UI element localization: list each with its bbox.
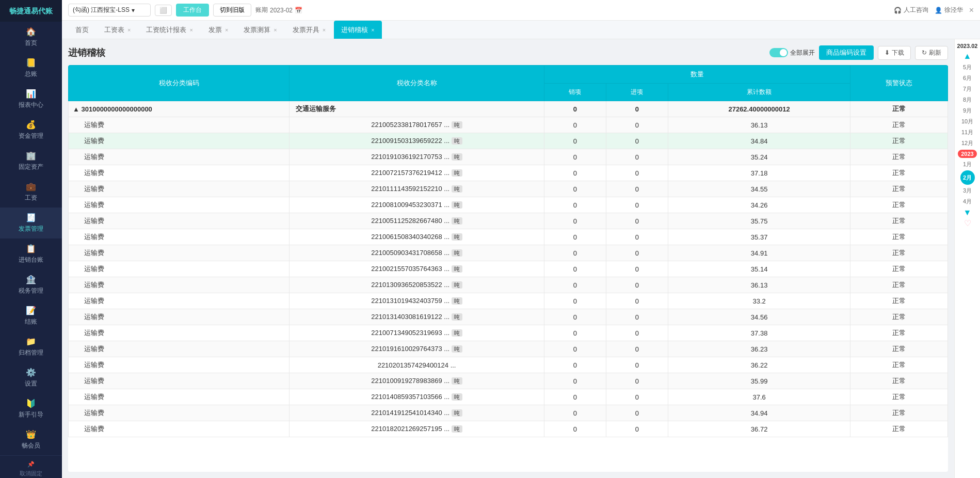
close-button[interactable]: × [969,6,974,15]
row-purchase: 0 [606,149,668,165]
timeline-month-8[interactable]: 8月 [955,94,980,105]
sidebar-item-purchase-sales[interactable]: 📋 进销台账 [0,238,62,269]
settings-icon: ⚙️ [26,368,36,377]
tab-reconcile-close[interactable]: × [371,27,374,33]
row-sale: 0 [544,133,606,149]
sidebar-item-tax-mgmt[interactable]: 🏦 税务管理 [0,269,62,300]
sidebar-item-fixed-assets[interactable]: 🏢 固定资产 [0,146,62,177]
row-status: 正常 [850,277,948,293]
sidebar-item-invoice-mgmt[interactable]: 🧾 发票管理 [0,208,62,238]
timeline-month-10[interactable]: 10月 [955,116,980,127]
timeline-month-7[interactable]: 7月 [955,84,980,94]
timeline-month-2-active[interactable]: 2月 [960,170,975,185]
tab-invoice-calc-close[interactable]: × [274,27,277,33]
calendar-icon[interactable]: 📅 [295,7,302,14]
member-icon: 👑 [26,429,36,439]
tab-invoice-close[interactable]: × [225,27,228,33]
sidebar-pin-toggle[interactable]: 📌 取消固定 [0,455,62,478]
timeline-month-9[interactable]: 9月 [955,105,980,116]
tab-invoice[interactable]: 发票 × [201,21,235,39]
row-purchase: 0 [606,373,668,389]
row-sale: 0 [544,197,606,213]
row-cumulative: 34.55 [668,181,850,197]
page-content: 进销稽核 全部展开 商品编码设置 ⬇ 下载 ↻ 刷新 [62,39,954,478]
user-profile[interactable]: 👤 徐泾华 [935,6,963,14]
expand-all-toggle[interactable] [769,48,788,57]
timeline-year-badge-2023: 2023 [958,150,976,158]
tab-invoice-label: 发票 [208,25,222,35]
tab-salary[interactable]: 工资表 × [97,21,138,39]
timeline-month-12[interactable]: 12月 [955,138,980,149]
timeline-down-arrow[interactable]: ▼ [962,207,973,218]
refresh-button[interactable]: ↻ 刷新 [915,46,948,60]
tab-salary-stats[interactable]: 工资统计报表 × [139,21,200,39]
row-invoice-code: 2210061508340340268 ... 吨 [290,229,544,245]
sidebar-item-new-guide[interactable]: 🔰 新手引导 [0,393,62,424]
row-cumulative: 35.14 [668,261,850,277]
tab-invoice-open-close[interactable]: × [323,27,326,33]
switch-old-button[interactable]: 切到旧版 [213,4,251,17]
sidebar-item-home[interactable]: 🏠 首页 [0,22,62,53]
sidebar-item-bookkeeping[interactable]: 📝 结账 [0,300,62,331]
tab-invoice-calc[interactable]: 发票测算 × [236,21,284,39]
sidebar-item-ledger[interactable]: 📒 总账 [0,53,62,84]
tab-invoice-open[interactable]: 发票开具 × [285,21,333,39]
table-row: 运输费 2210061508340340268 ... 吨 0 0 35.37 … [69,229,948,245]
row-purchase: 0 [606,421,668,437]
row-status: 正常 [850,101,948,117]
tab-reconcile[interactable]: 进销稽核 × [334,21,381,39]
row-cumulative: 36.23 [668,341,850,357]
sidebar-item-member[interactable]: 👑 畅会员 [0,424,62,455]
tab-salary-close[interactable]: × [127,27,131,33]
row-cumulative: 34.94 [668,405,850,421]
row-purchase: 0 [606,165,668,181]
timeline-month-5[interactable]: 5月 [955,62,980,73]
sidebar-item-settings[interactable]: ⚙️ 设置 [0,362,62,393]
timeline-month-4[interactable]: 4月 [955,196,980,207]
table-row: 运输费 2210131019432403759 ... 吨 0 0 33.2 正… [69,293,948,309]
row-invoice-code: 2210201357429400124 ... [290,357,544,373]
workbench-button[interactable]: 工作台 [176,4,209,17]
timeline-month-3[interactable]: 3月 [955,185,980,196]
tab-home[interactable]: 首页 [68,21,96,39]
sidebar-item-archive[interactable]: 📁 归档管理 [0,331,62,362]
table-row: 运输费 2210140859357103566 ... 吨 0 0 37.6 正… [69,389,948,405]
copy-button[interactable]: ⬜ [155,5,172,16]
table-row: ▲ 3010000000000000000 交通运输服务 0 0 27262.4… [69,101,948,117]
download-button[interactable]: ⬇ 下载 [878,46,911,60]
company-selector[interactable]: (勾函) 江西报宝-LSS ▾ [68,4,151,17]
timeline-month-1[interactable]: 1月 [955,159,980,170]
table-row: 运输费 2210091503139659222 ... 吨 0 0 34.84 … [69,133,948,149]
tab-salary-stats-close[interactable]: × [189,27,192,33]
timeline-month-11[interactable]: 11月 [955,127,980,138]
row-purchase: 0 [606,181,668,197]
sidebar-item-salary[interactable]: 💼 工资 [0,177,62,208]
row-sale: 0 [544,117,606,133]
row-name: 运输费 [69,149,290,165]
support-link[interactable]: 🎧 人工咨询 [894,6,928,14]
row-cumulative: 35.99 [668,373,850,389]
row-sale: 0 [544,261,606,277]
row-status: 正常 [850,261,948,277]
row-invoice-code: 2210130936520853522 ... 吨 [290,277,544,293]
reports-icon: 📊 [26,89,36,99]
app-logo: 畅捷通易代账 [0,0,62,22]
row-name: 运输费 [69,197,290,213]
row-name: 运输费 [69,277,290,293]
timeline-month-6[interactable]: 6月 [955,73,980,84]
row-sale: 0 [544,325,606,341]
row-sale: 0 [544,389,606,405]
row-sale: 0 [544,181,606,197]
row-invoice-code: 2210021557035764363 ... 吨 [290,261,544,277]
sidebar-item-reports[interactable]: 📊 报表中心 [0,84,62,115]
timeline-up-arrow[interactable]: ▲ [962,51,973,62]
tab-invoice-open-label: 发票开具 [293,25,319,35]
row-sale: 0 [544,405,606,421]
sidebar-item-capital[interactable]: 💰 资金管理 [0,115,62,146]
row-purchase: 0 [606,213,668,229]
row-status: 正常 [850,133,948,149]
row-invoice-code: 2210071349052319693 ... 吨 [290,325,544,341]
row-status: 正常 [850,405,948,421]
row-status: 正常 [850,357,948,373]
goods-setting-button[interactable]: 商品编码设置 [819,45,874,60]
